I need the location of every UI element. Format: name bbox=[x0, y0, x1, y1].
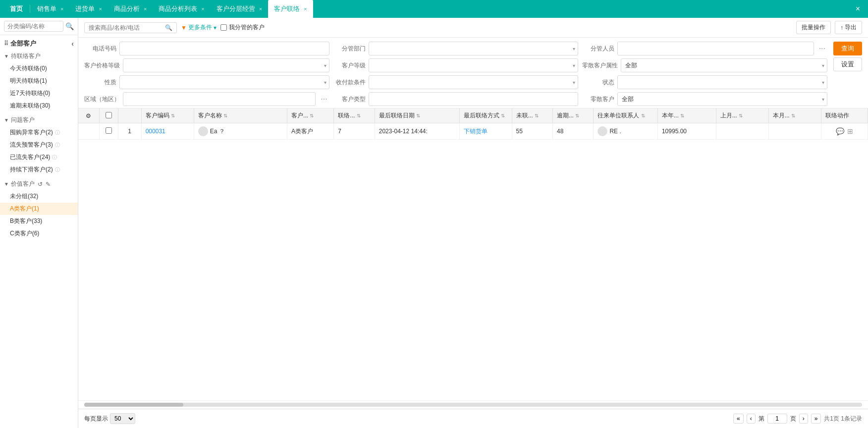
th-this-month[interactable]: 本月... ⇅ bbox=[768, 108, 821, 123]
close-all-btn[interactable]: × bbox=[852, 4, 864, 13]
close-contact-tab[interactable]: × bbox=[304, 0, 307, 18]
problem-customer-title[interactable]: ▼ 问题客户 bbox=[0, 114, 78, 126]
grade-sort-icon[interactable]: ⇅ bbox=[310, 113, 314, 118]
edit-icon[interactable]: ✎ bbox=[46, 181, 51, 188]
sidebar-collapse-btn[interactable]: ‹ bbox=[71, 40, 74, 48]
th-visit-contacts[interactable]: 往来单位联系人 ⇅ bbox=[594, 108, 658, 123]
sidebar-item-unclassified[interactable]: 未分组(32) bbox=[0, 190, 78, 203]
sidebar-item-b-class[interactable]: B类客户(33) bbox=[0, 215, 78, 227]
th-code[interactable]: 客户编码 ⇅ bbox=[141, 108, 194, 123]
pending-contact-title[interactable]: ▼ 待联络客户 bbox=[0, 50, 78, 62]
per-page-select[interactable]: 50 100 bbox=[110, 413, 135, 424]
export-btn[interactable]: ↑ 导出 bbox=[835, 21, 862, 34]
chat-icon[interactable]: 💬 bbox=[836, 127, 844, 135]
scroll-track[interactable] bbox=[84, 403, 862, 407]
dept-select[interactable] bbox=[369, 42, 579, 55]
payment-select[interactable] bbox=[369, 75, 579, 89]
th-overdue[interactable]: 逾期... ⇅ bbox=[552, 108, 593, 123]
th-not-contact[interactable]: 未联... ⇅ bbox=[512, 108, 552, 123]
retail-customer-select[interactable]: 全部 bbox=[617, 92, 827, 106]
contact-sort-icon[interactable]: ⇅ bbox=[357, 113, 361, 118]
refresh-icon[interactable]: ↺ bbox=[38, 181, 43, 188]
region-input[interactable] bbox=[123, 92, 316, 106]
sidebar-item-a-class[interactable]: A类客户(1) bbox=[0, 203, 78, 215]
not-contact-sort-icon[interactable]: ⇅ bbox=[535, 113, 539, 118]
this-month-sort-icon[interactable]: ⇅ bbox=[791, 113, 795, 118]
my-customers-checkbox[interactable]: 我分管的客户 bbox=[220, 23, 265, 32]
nature-select[interactable] bbox=[119, 75, 329, 89]
td-checkbox[interactable] bbox=[99, 123, 118, 140]
nav-tab-sales[interactable]: 销售单 × bbox=[31, 0, 69, 18]
region-dots-btn[interactable]: ··· bbox=[319, 95, 329, 104]
nav-tab-customer-segment[interactable]: 客户分层经营 × bbox=[211, 0, 268, 18]
close-purchase-tab[interactable]: × bbox=[99, 0, 102, 18]
prev-page-btn[interactable]: ‹ bbox=[747, 414, 756, 424]
visit-sort-icon[interactable]: ⇅ bbox=[641, 113, 645, 118]
sidebar-item-today[interactable]: 今天待联络(0) bbox=[0, 62, 78, 75]
overdue-sort-icon[interactable]: ⇅ bbox=[575, 113, 579, 118]
last-way-link[interactable]: 下销货单 bbox=[464, 128, 488, 135]
qr-icon[interactable]: ⊞ bbox=[847, 127, 853, 135]
sidebar-search-icon[interactable]: 🔍 bbox=[65, 22, 74, 30]
close-analysis-list-tab[interactable]: × bbox=[201, 0, 204, 18]
td-code[interactable]: 000031 bbox=[141, 123, 194, 140]
my-customers-check[interactable] bbox=[220, 24, 227, 31]
close-analysis-tab[interactable]: × bbox=[144, 0, 147, 18]
person-dots-btn[interactable]: ··· bbox=[817, 44, 827, 53]
close-sales-tab[interactable]: × bbox=[60, 0, 63, 18]
filter-search-input[interactable] bbox=[89, 24, 163, 31]
select-all-checkbox[interactable] bbox=[106, 112, 112, 118]
th-this-year[interactable]: 本年... ⇅ bbox=[657, 108, 716, 123]
sidebar-item-declining[interactable]: 持续下滑客户(2) ⓘ bbox=[0, 163, 78, 176]
churned-info-icon: ⓘ bbox=[52, 154, 57, 161]
sidebar-item-churn-warning[interactable]: 流失预警客户(3) ⓘ bbox=[0, 139, 78, 151]
close-segment-tab[interactable]: × bbox=[259, 0, 262, 18]
person-input[interactable] bbox=[617, 42, 814, 55]
last-date-sort-icon[interactable]: ⇅ bbox=[416, 113, 420, 118]
th-last-date[interactable]: 最后联络日期 ⇅ bbox=[375, 108, 459, 123]
customer-grade-select[interactable] bbox=[369, 58, 579, 72]
nav-tab-purchase[interactable]: 进货单 × bbox=[69, 0, 108, 18]
sidebar-item-hoarding[interactable]: 囤购异常客户(2) ⓘ bbox=[0, 126, 78, 139]
this-year-sort-icon[interactable]: ⇅ bbox=[680, 113, 684, 118]
nav-home[interactable]: 首页 bbox=[4, 0, 29, 18]
sidebar-item-7days[interactable]: 近7天待联络(0) bbox=[0, 87, 78, 100]
value-customer-title[interactable]: ▼ 价值客户 ↺ ✎ bbox=[0, 178, 78, 190]
th-name[interactable]: 客户名称 ⇅ bbox=[194, 108, 287, 123]
th-grade[interactable]: 客户... ⇅ bbox=[287, 108, 334, 123]
customer-type-input[interactable] bbox=[369, 92, 579, 106]
page-input[interactable] bbox=[767, 414, 787, 424]
query-btn[interactable]: 查询 bbox=[833, 42, 862, 55]
sidebar-item-overdue[interactable]: 逾期未联络(30) bbox=[0, 100, 78, 112]
first-page-btn[interactable]: « bbox=[733, 414, 744, 424]
sidebar-item-tomorrow[interactable]: 明天待联络(1) bbox=[0, 75, 78, 87]
region-field-group: 区域（地区） ··· bbox=[84, 92, 329, 106]
phone-input[interactable] bbox=[119, 42, 329, 55]
sidebar-item-c-class[interactable]: C类客户(6) bbox=[0, 227, 78, 240]
sidebar-item-churned[interactable]: 已流失客户(24) ⓘ bbox=[0, 151, 78, 163]
sidebar-search-input[interactable] bbox=[4, 21, 63, 32]
price-grade-select[interactable] bbox=[123, 58, 329, 72]
row-checkbox[interactable] bbox=[106, 127, 112, 134]
nav-tab-analysis[interactable]: 商品分析 × bbox=[108, 0, 153, 18]
th-checkbox[interactable] bbox=[99, 108, 118, 123]
batch-ops-btn[interactable]: 批量操作 bbox=[796, 21, 831, 34]
filter-search-icon[interactable]: 🔍 bbox=[165, 24, 172, 31]
th-last-way[interactable]: 最后联络方式 ⇅ bbox=[459, 108, 512, 123]
th-last-month[interactable]: 上月... ⇅ bbox=[716, 108, 768, 123]
next-page-btn[interactable]: › bbox=[799, 414, 808, 424]
code-sort-icon[interactable]: ⇅ bbox=[171, 113, 175, 118]
last-page-btn[interactable]: » bbox=[811, 414, 821, 424]
th-contact[interactable]: 联络... ⇅ bbox=[334, 108, 375, 123]
td-last-way[interactable]: 下销货单 bbox=[459, 123, 512, 140]
retail-attr-select[interactable]: 全部 bbox=[621, 58, 827, 72]
name-sort-icon[interactable]: ⇅ bbox=[223, 113, 227, 118]
more-filters-btn[interactable]: ▼ 更多条件 ▾ bbox=[181, 23, 217, 32]
settings-btn[interactable]: 设置 bbox=[833, 57, 862, 71]
nav-tab-analysis-list[interactable]: 商品分析列表 × bbox=[153, 0, 210, 18]
nav-tab-customer-contact[interactable]: 客户联络 × bbox=[268, 0, 313, 18]
last-way-sort-icon[interactable]: ⇅ bbox=[501, 113, 505, 118]
status-select[interactable] bbox=[617, 75, 827, 89]
th-settings[interactable]: ⚙ bbox=[78, 108, 99, 123]
last-month-sort-icon[interactable]: ⇅ bbox=[739, 113, 743, 118]
